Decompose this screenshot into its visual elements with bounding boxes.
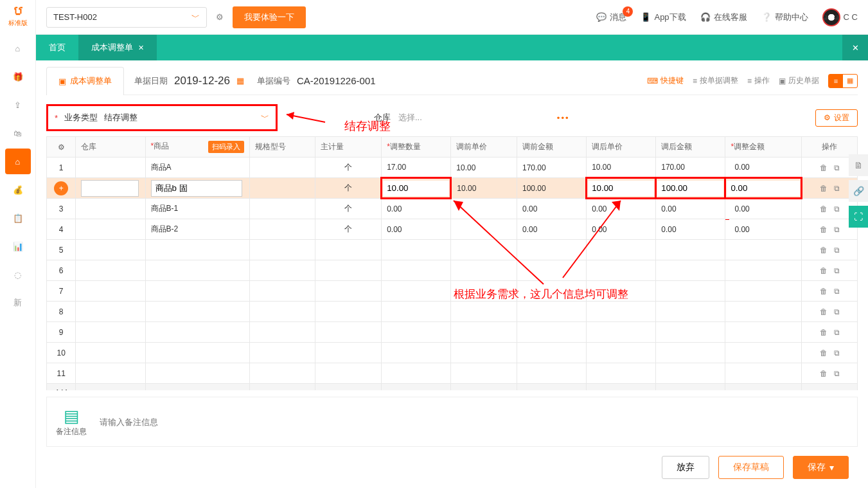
- calendar-icon[interactable]: ▦: [236, 76, 244, 86]
- adj-amt-input[interactable]: [727, 181, 800, 196]
- headset-icon: 🎧: [700, 12, 711, 22]
- page-tabs: 首页 成本调整单✕ ✕: [36, 35, 868, 60]
- table-row[interactable]: 3商品B-1个0.000.000.000.000.00🗑⧉: [47, 199, 858, 219]
- business-type-value: 结存调整: [104, 112, 137, 123]
- nav-report-icon[interactable]: 📊: [5, 233, 31, 259]
- svg-marker-1: [287, 112, 294, 120]
- delete-row-icon[interactable]: 🗑: [820, 266, 828, 275]
- product-input[interactable]: [151, 180, 242, 197]
- delete-row-icon[interactable]: 🗑: [820, 225, 828, 234]
- link-panel-icon[interactable]: 🔗: [849, 180, 868, 202]
- scan-button[interactable]: 扫码录入: [208, 141, 244, 153]
- close-icon[interactable]: ✕: [138, 44, 144, 52]
- delete-row-icon[interactable]: 🗑: [820, 307, 828, 316]
- table-row[interactable]: 1商品A个17.0010.00170.0010.00170.000.00🗑⧉: [47, 158, 858, 178]
- delete-row-icon[interactable]: 🗑: [820, 328, 828, 337]
- copy-row-icon[interactable]: ⧉: [834, 204, 840, 213]
- adjustment-table: ⚙ 仓库 *商品扫码录入 规格型号 主计量 *调整数量 调前单价 调前金额 调后…: [46, 136, 858, 390]
- post-price-input[interactable]: [588, 181, 654, 196]
- user-menu[interactable]: C C: [822, 8, 858, 26]
- nav-home-icon[interactable]: ⌂: [5, 35, 31, 61]
- topbar: TEST-H002 ﹀ ⚙ 我要体验一下 💬 消息 4 📱 App下载 🎧 在线…: [36, 0, 868, 35]
- tab-home[interactable]: 首页: [36, 35, 78, 60]
- nav-clipboard-icon[interactable]: 📋: [5, 205, 31, 231]
- table-row[interactable]: 6🗑⧉: [47, 260, 858, 281]
- help-center-button[interactable]: ❔ 帮助中心: [761, 12, 808, 23]
- settings-button[interactable]: ⚙设置: [815, 109, 858, 127]
- left-nav: ប 标准版 ⌂ 🎁 ⇪ 🛍 ⌂ 💰 📋 📊 ◌ 新: [0, 0, 36, 488]
- table-row[interactable]: 5🗑⧉: [47, 240, 858, 260]
- nav-money-icon[interactable]: 💰: [5, 177, 31, 203]
- copy-row-icon[interactable]: ⧉: [834, 307, 840, 316]
- tab-cost-adjust[interactable]: 成本调整单✕: [78, 35, 157, 60]
- annotation-1: 结存调整: [344, 118, 391, 134]
- more-icon[interactable]: •••: [557, 113, 570, 123]
- save-draft-button[interactable]: 保存草稿: [718, 456, 784, 479]
- table-row[interactable]: 7🗑⧉: [47, 281, 858, 302]
- org-select[interactable]: TEST-H002 ﹀: [46, 7, 207, 28]
- delete-row-icon[interactable]: 🗑: [820, 369, 828, 378]
- remarks-label: 备注信息: [56, 426, 87, 437]
- copy-row-icon[interactable]: ⧉: [834, 246, 840, 255]
- copy-row-icon[interactable]: ⧉: [834, 225, 840, 234]
- table-row[interactable]: 10🗑⧉: [47, 343, 858, 363]
- delete-row-icon[interactable]: 🗑: [820, 163, 828, 172]
- subtotal-row: 小计 27.00 270.00 270.00 0.00: [47, 384, 858, 391]
- adjust-by-doc-button[interactable]: ≡ 按单据调整: [693, 75, 738, 86]
- messages-button[interactable]: 💬 消息 4: [596, 12, 626, 23]
- table-row[interactable]: 4商品B-2个0.000.000.000.000.00🗑⧉: [47, 219, 858, 240]
- add-row-icon[interactable]: +: [54, 181, 68, 195]
- remarks-input[interactable]: [100, 417, 848, 427]
- list-view-icon: ≡: [829, 75, 843, 87]
- delete-row-icon[interactable]: 🗑: [820, 348, 828, 357]
- operations-button[interactable]: ≡ 操作: [747, 75, 770, 86]
- help-icon: ❔: [761, 12, 772, 22]
- message-badge: 4: [623, 6, 633, 17]
- nav-sync-icon[interactable]: ◌: [5, 262, 31, 287]
- copy-row-icon[interactable]: ⧉: [834, 163, 840, 172]
- copy-row-icon[interactable]: ⧉: [834, 266, 840, 275]
- delete-row-icon[interactable]: 🗑: [820, 204, 828, 213]
- expand-panel-icon[interactable]: ⛶: [849, 206, 868, 228]
- table-row[interactable]: 9🗑⧉: [47, 322, 858, 343]
- table-row[interactable]: 11🗑⧉: [47, 363, 858, 384]
- delete-row-icon[interactable]: 🗑: [820, 246, 828, 255]
- doc-date[interactable]: 2019-12-26: [174, 75, 230, 87]
- table-row[interactable]: 8🗑⧉: [47, 302, 858, 322]
- copy-row-icon[interactable]: ⧉: [834, 287, 840, 296]
- notes-panel-icon[interactable]: 🗎: [849, 154, 868, 176]
- copy-row-icon[interactable]: ⧉: [834, 348, 840, 357]
- history-button[interactable]: ▣ 历史单据: [779, 75, 819, 86]
- view-toggle[interactable]: ≡▦: [828, 74, 858, 88]
- nav-warehouse-icon[interactable]: ⌂: [5, 149, 31, 174]
- doc-title-tab[interactable]: ▣ 成本调整单: [46, 67, 124, 95]
- warehouse-input[interactable]: [81, 180, 138, 197]
- arrow-annotation-icon: [280, 109, 332, 129]
- nav-gift-icon[interactable]: 🎁: [5, 64, 31, 89]
- chevron-down-icon: ▾: [829, 462, 834, 473]
- business-type-select[interactable]: * 业务类型 结存调整 ﹀: [46, 104, 278, 131]
- save-button[interactable]: 保存▾: [793, 456, 849, 479]
- qty-input[interactable]: [383, 181, 449, 196]
- table-row[interactable]: +个10.00100.00🗑⧉: [47, 178, 858, 199]
- post-amt-input[interactable]: [657, 181, 723, 196]
- cancel-button[interactable]: 放弃: [662, 456, 709, 479]
- docno-label: 单据编号: [257, 75, 290, 87]
- nav-in-icon[interactable]: ⇪: [5, 92, 31, 118]
- doc-icon: ▣: [58, 77, 66, 86]
- delete-row-icon[interactable]: 🗑: [820, 184, 828, 193]
- copy-row-icon[interactable]: ⧉: [834, 369, 840, 378]
- gear-icon[interactable]: ⚙: [216, 12, 224, 22]
- nav-bag-icon[interactable]: 🛍: [5, 120, 31, 146]
- close-all-tabs[interactable]: ✕: [842, 35, 868, 60]
- delete-row-icon[interactable]: 🗑: [820, 287, 828, 296]
- warehouse-select[interactable]: 选择...: [398, 112, 422, 123]
- nav-new-icon[interactable]: 新: [5, 290, 31, 316]
- gear-column-icon[interactable]: ⚙: [47, 137, 76, 158]
- customer-service-button[interactable]: 🎧 在线客服: [700, 12, 747, 23]
- try-button[interactable]: 我要体验一下: [233, 6, 306, 28]
- hotkey-button[interactable]: ⌨ 快捷键: [647, 75, 684, 86]
- app-download-button[interactable]: 📱 App下载: [641, 12, 686, 23]
- copy-row-icon[interactable]: ⧉: [834, 328, 840, 337]
- copy-row-icon[interactable]: ⧉: [834, 184, 840, 193]
